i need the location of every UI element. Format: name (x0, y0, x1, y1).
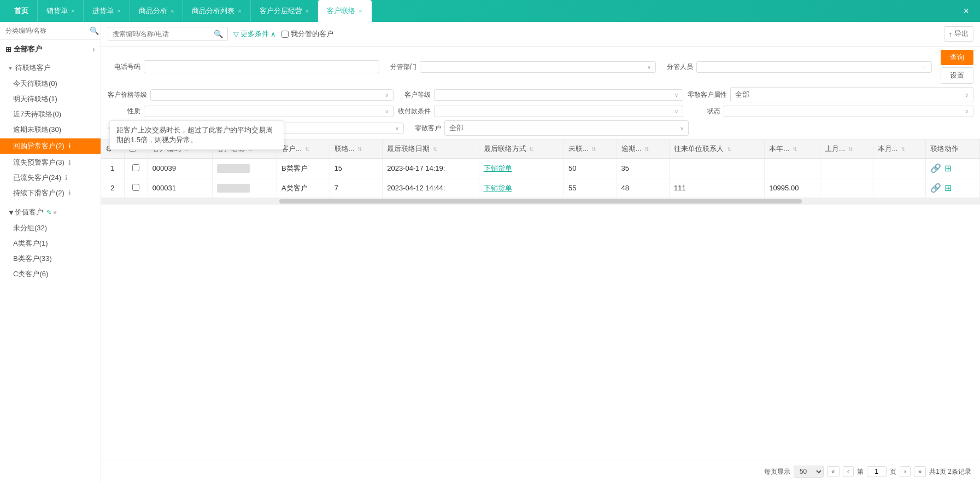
row-checkbox-0[interactable] (132, 164, 139, 171)
sidebar-item-churned[interactable]: 已流失客户(24) ℹ (0, 170, 101, 185)
setting-button[interactable]: 设置 (941, 67, 973, 84)
main-search-input[interactable] (113, 30, 210, 38)
th-partner: 往来单位联系人 ⇅ (670, 140, 765, 159)
filter-cell-retail-customer: 零散客户 全部 ∨ (408, 120, 689, 136)
last-month-sort-icon: ⇅ (848, 146, 853, 152)
close-customer-contact-tab-icon[interactable]: × (359, 8, 362, 14)
value-edit-icon[interactable]: ✎ (46, 209, 51, 216)
next-page-button[interactable]: › (900, 466, 911, 477)
horizontal-scroll-area[interactable] (101, 198, 980, 205)
cell-last-date: 2023-04-17 14:19: (383, 159, 479, 178)
action-link-icon[interactable]: 🔗 (930, 163, 941, 173)
cell-code: 000031 (148, 178, 212, 198)
sidebar-item-c-class[interactable]: C类客户(6) (0, 266, 101, 282)
pending-contact-title[interactable]: ▼ 待联络客户 (0, 60, 101, 76)
horizontal-scrollbar-thumb[interactable] (279, 199, 801, 204)
nav-tab-product-analysis-list[interactable]: 商品分析列表 × (183, 0, 250, 22)
cell-ctype: B类客户 (277, 159, 330, 178)
first-page-button[interactable]: « (827, 466, 840, 477)
cell-action: 🔗 ⊞ (926, 159, 980, 178)
prev-page-button[interactable]: ‹ (843, 466, 854, 477)
pay-label: 收付款条件 (398, 107, 431, 116)
pending-contact-group: ▼ 待联络客户 今天待联络(0) 明天待联络(1) 近7天待联络(0) 逾期未联… (0, 59, 101, 138)
all-customers-title[interactable]: ⊞ 全部客户 › (0, 40, 101, 59)
value-customer-group: ▼ 价值客户 ✎ ≡ 未分组(32) A类客户(1) B类客户(33) C类客户… (0, 202, 101, 284)
level-select[interactable]: ∨ (434, 89, 684, 101)
pay-select[interactable]: ∨ (434, 106, 684, 117)
my-customer-checkbox[interactable] (281, 31, 289, 38)
status-arrow-icon: ∨ (965, 108, 969, 114)
sidebar-item-today[interactable]: 今天待联络(0) (0, 76, 101, 91)
value-customer-title[interactable]: ▼ 价值客户 ✎ ≡ (0, 204, 101, 220)
nav-tab-sales[interactable]: 销货单 × (38, 0, 84, 22)
cell-ctype: A类客户 (277, 178, 330, 198)
filter-cell-dept: 分管部门 ∨ (384, 61, 655, 73)
arrow-down-icon: ▼ (8, 65, 13, 71)
cell-this-month (873, 159, 926, 178)
top-navigation: 首页 销货单 × 进货单 × 商品分析 × 商品分析列表 × 客户分层经营 × … (0, 0, 980, 22)
price-grade-select[interactable]: ∨ (150, 89, 394, 101)
cell-partner: 111 (670, 178, 765, 198)
nav-tab-customer-contact[interactable]: 客户联络 × (318, 0, 371, 22)
filter-top-bar: 🔍 ▽ 更多条件 ∧ 我分管的客户 ↑ 导出 (101, 22, 980, 47)
th-last-way: 最后联络方式 ⇅ (479, 140, 564, 159)
last-page-button[interactable]: » (914, 466, 926, 477)
pagination-bar: 每页显示 50 100 200 « ‹ 第 页 › » 共1页 2条记录 (101, 461, 980, 482)
last-way-link[interactable]: 下销货单 (484, 164, 512, 172)
sidebar-item-tomorrow[interactable]: 明天待联络(1) (0, 91, 101, 107)
this-month-sort-icon: ⇅ (901, 146, 905, 152)
row-checkbox-1[interactable] (132, 184, 139, 191)
person-select[interactable]: ··· (696, 61, 932, 73)
dept-select[interactable]: ∨ (420, 61, 655, 73)
close-customer-segment-tab-icon[interactable]: × (306, 8, 309, 14)
sidebar-item-churn-warning[interactable]: 流失预警客户(3) ℹ (0, 155, 101, 170)
sidebar-item-a-class[interactable]: A类客户(1) (0, 236, 101, 251)
sidebar-collapse-icon[interactable]: › (92, 45, 95, 54)
th-contact: 联络... ⇅ (330, 140, 383, 159)
sidebar-search-input[interactable] (5, 27, 87, 34)
close-purchase-tab-icon[interactable]: × (117, 8, 120, 14)
sidebar-item-overdue[interactable]: 逾期未联络(30) (0, 122, 101, 137)
value-sort-icon[interactable]: ≡ (54, 210, 57, 216)
status-select[interactable]: ∨ (724, 106, 973, 117)
sidebar-item-ungrouped[interactable]: 未分组(32) (0, 220, 101, 236)
main-search-icon[interactable]: 🔍 (214, 30, 223, 38)
sidebar-item-7days[interactable]: 近7天待联络(0) (0, 107, 101, 122)
sidebar-item-b-class[interactable]: B类客户(33) (0, 251, 101, 266)
main-layout: 🔍 ⊞ 全部客户 › ▼ 待联络客户 今天待联络(0) 明天待联络(1) 近7天… (0, 22, 980, 482)
nav-tab-home[interactable]: 首页 (5, 0, 38, 22)
cell-last-month (820, 159, 873, 178)
action-link-icon[interactable]: 🔗 (930, 183, 941, 193)
phone-input[interactable] (144, 60, 379, 73)
cell-last-date: 2023-04-12 14:44: (383, 178, 479, 198)
more-conditions-button[interactable]: ▽ 更多条件 ∧ (233, 29, 276, 39)
retail-attr-select[interactable]: 全部 ∨ (730, 87, 973, 102)
window-close-button[interactable]: × (958, 5, 975, 17)
close-sales-tab-icon[interactable]: × (71, 8, 74, 14)
table-row: 1 000039 B类客户 15 2023-04-17 14:19: 下销货单 … (101, 159, 980, 178)
cell-idx: 2 (101, 178, 124, 198)
close-product-analysis-tab-icon[interactable]: × (171, 8, 174, 14)
last-way-link[interactable]: 下销货单 (484, 184, 512, 192)
sidebar-item-declining[interactable]: 持续下滑客户(2) ℹ (0, 185, 101, 201)
sidebar-item-repurchase-abnormal[interactable]: 回购异常客户(2) ℹ (0, 138, 101, 154)
query-button[interactable]: 查询 (941, 50, 973, 65)
page-number-input[interactable] (867, 466, 887, 477)
person-arrow-icon: ··· (923, 64, 927, 70)
per-page-select[interactable]: 50 100 200 (794, 466, 824, 478)
retail-customer-select[interactable]: 全部 ∨ (444, 120, 689, 136)
filter-cell-pay: 收付款条件 ∨ (398, 106, 684, 117)
close-product-analysis-list-tab-icon[interactable]: × (238, 8, 241, 14)
cell-this-year: 10995.00 (765, 178, 820, 198)
nav-tab-product-analysis[interactable]: 商品分析 × (130, 0, 183, 22)
export-button[interactable]: ↑ 导出 (944, 26, 974, 42)
nav-tab-purchase[interactable]: 进货单 × (84, 0, 130, 22)
gender-select[interactable]: ∨ (144, 106, 394, 117)
churned-info-icon: ℹ (65, 174, 68, 182)
sidebar-search-icon[interactable]: 🔍 (90, 26, 99, 35)
action-grid-icon[interactable]: ⊞ (944, 163, 952, 173)
tooltip-box: 距客户上次交易时长，超过了此客户的平均交易周期的1.5倍，则视为异常。 (109, 120, 284, 150)
cell-action: 🔗 ⊞ (926, 178, 980, 198)
nav-tab-customer-segment[interactable]: 客户分层经营 × (251, 0, 318, 22)
action-grid-icon[interactable]: ⊞ (944, 183, 952, 193)
